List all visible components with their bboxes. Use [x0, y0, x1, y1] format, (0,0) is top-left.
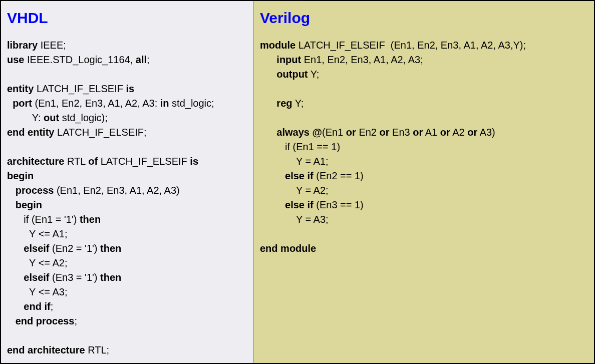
code-line: Y = A1; [260, 154, 588, 169]
code-line [7, 140, 247, 154]
vhdl-code: library IEEE;use IEEE.STD_Logic_1164, al… [7, 38, 247, 357]
code-line: if (En1 = '1') then [7, 212, 247, 227]
code-line: process (En1, En2, En3, A1, A2, A3) [7, 183, 247, 198]
code-line: output Y; [260, 67, 588, 82]
code-line: begin [7, 169, 247, 183]
code-line: Y <= A1; [7, 227, 247, 241]
code-line: end entity LATCH_IF_ELSEIF; [7, 125, 247, 140]
code-line: library IEEE; [7, 38, 247, 53]
code-line: module LATCH_IF_ELSEIF (En1, En2, En3, A… [260, 38, 588, 53]
code-line [7, 328, 247, 343]
code-line: begin [7, 198, 247, 212]
verilog-code: module LATCH_IF_ELSEIF (En1, En2, En3, A… [260, 38, 588, 256]
code-line: entity LATCH_IF_ELSEIF is [7, 82, 247, 96]
code-line: end module [260, 241, 588, 256]
code-line [7, 67, 247, 82]
code-line: if (En1 == 1) [260, 140, 588, 154]
code-line: end if; [7, 299, 247, 314]
code-line: elseif (En2 = '1') then [7, 241, 247, 256]
vhdl-panel: VHDL library IEEE;use IEEE.STD_Logic_116… [1, 1, 254, 363]
code-line: elseif (En3 = '1') then [7, 270, 247, 285]
verilog-panel: Verilog module LATCH_IF_ELSEIF (En1, En2… [254, 1, 594, 363]
code-line: Y <= A2; [7, 256, 247, 270]
code-line: input En1, En2, En3, A1, A2, A3; [260, 53, 588, 67]
code-line [260, 227, 588, 241]
code-line: Y <= A3; [7, 285, 247, 299]
code-line: else if (En3 == 1) [260, 198, 588, 212]
code-line: else if (En2 == 1) [260, 169, 588, 183]
code-line: end architecture RTL; [7, 343, 247, 357]
code-line: always @(En1 or En2 or En3 or A1 or A2 o… [260, 125, 588, 140]
code-line: end process; [7, 314, 247, 328]
code-line [260, 82, 588, 96]
comparison-container: VHDL library IEEE;use IEEE.STD_Logic_116… [0, 0, 595, 364]
verilog-title: Verilog [260, 7, 588, 29]
code-line: Y = A3; [260, 212, 588, 227]
code-line: Y: out std_logic); [7, 111, 247, 125]
code-line [260, 111, 588, 125]
code-line: reg Y; [260, 96, 588, 111]
code-line: port (En1, En2, En3, A1, A2, A3: in std_… [7, 96, 247, 111]
vhdl-title: VHDL [7, 7, 247, 29]
code-line: architecture RTL of LATCH_IF_ELSEIF is [7, 154, 247, 169]
code-line: Y = A2; [260, 183, 588, 198]
code-line: use IEEE.STD_Logic_1164, all; [7, 53, 247, 67]
